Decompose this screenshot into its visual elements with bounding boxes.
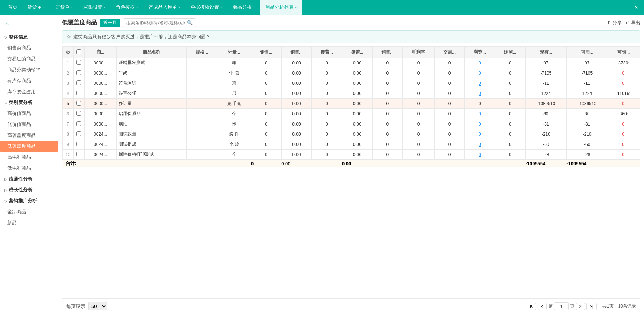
- row-sales3: 0: [372, 129, 402, 139]
- col-transaction[interactable]: 交易...: [434, 47, 464, 58]
- row-checkbox[interactable]: [74, 119, 85, 129]
- select-all-checkbox[interactable]: [76, 49, 81, 54]
- nav-item-product-in[interactable]: 产成品入库单 ×: [144, 0, 185, 15]
- row-checkbox[interactable]: [74, 78, 85, 88]
- nav-close-template[interactable]: ×: [220, 5, 222, 9]
- row-browse1[interactable]: 0: [465, 88, 495, 99]
- col-name[interactable]: 商品名称: [117, 47, 187, 58]
- page-size-select[interactable]: 50 10 20 100: [88, 302, 107, 310]
- sidebar-item-high-coverage[interactable]: 高覆盖度商品: [0, 130, 58, 141]
- nav-close-goods-list[interactable]: ×: [295, 5, 297, 9]
- row-sales3: 0: [372, 99, 402, 109]
- nav-item-goods-analysis[interactable]: 商品分析 ×: [228, 0, 260, 15]
- sidebar-item-stock-fund[interactable]: 库存资金占用: [0, 86, 58, 97]
- nav-item-permission[interactable]: 权限设置 ×: [78, 0, 111, 15]
- nav-item-role[interactable]: 角色授权 ×: [111, 0, 143, 15]
- share-button[interactable]: ⬆ 分享: [607, 20, 622, 26]
- col-cover1[interactable]: 覆盖...: [312, 47, 342, 58]
- sidebar-item-low-margin[interactable]: 低毛利商品: [0, 163, 58, 174]
- row-checkbox[interactable]: [74, 139, 85, 150]
- col-sales-qty[interactable]: 销售...: [251, 47, 281, 58]
- row-sales3: 0: [372, 109, 402, 119]
- row-browse1[interactable]: 0: [465, 139, 495, 150]
- row-checkbox[interactable]: [74, 58, 85, 68]
- sidebar-item-category-rate[interactable]: 商品分类动销率: [0, 64, 58, 75]
- row-browse1[interactable]: 0: [465, 119, 495, 129]
- row-checkbox[interactable]: [74, 150, 85, 160]
- search-input[interactable]: [126, 20, 185, 25]
- share-icon: ⬆: [607, 20, 611, 25]
- table-row: 5 0000... 多计量 克,千克 0 0.00 0 0.00 0 0 0 0…: [63, 99, 640, 109]
- nav-close-purchase[interactable]: ×: [71, 5, 73, 9]
- date-filter-button[interactable]: 近一月: [100, 19, 120, 27]
- row-checkbox[interactable]: [74, 129, 85, 139]
- nav-close-goods-analysis[interactable]: ×: [253, 5, 255, 9]
- col-code[interactable]: 商...: [85, 47, 117, 58]
- sidebar-item-traded-goods[interactable]: 交易过的商品: [0, 54, 58, 64]
- prev-page-button[interactable]: <: [538, 303, 547, 310]
- row-browse1[interactable]: 0: [465, 109, 495, 119]
- last-page-button[interactable]: >|: [586, 303, 597, 310]
- sidebar-item-new-goods[interactable]: 新品: [0, 217, 58, 228]
- col-settings[interactable]: ⚙: [63, 47, 74, 58]
- first-page-button[interactable]: K: [527, 303, 536, 310]
- row-gross-rate: 0: [403, 78, 435, 88]
- row-browse2: 0: [495, 68, 525, 78]
- row-browse2: 0: [495, 150, 525, 160]
- col-cover2[interactable]: 覆盖...: [342, 47, 372, 58]
- row-current-stock: 80: [525, 109, 566, 119]
- col-current-stock[interactable]: 现有...: [525, 47, 566, 58]
- col-spec[interactable]: 规格...: [187, 47, 217, 58]
- col-sales3[interactable]: 销售...: [372, 47, 402, 58]
- row-unit: 个,袋: [217, 139, 251, 150]
- row-cover1: 0: [312, 129, 342, 139]
- sidebar-item-stock-goods[interactable]: 有库存商品: [0, 75, 58, 86]
- sidebar-item-low-value[interactable]: 低价值商品: [0, 119, 58, 130]
- col-browse1[interactable]: 浏览...: [465, 47, 495, 58]
- nav-item-template[interactable]: 单据模板设置 ×: [185, 0, 227, 15]
- col-sales-amt[interactable]: 销售...: [281, 47, 311, 58]
- export-button[interactable]: ↩ 导出: [625, 20, 640, 26]
- nav-close-role[interactable]: ×: [136, 5, 138, 9]
- sidebar-item-high-margin[interactable]: 高毛利商品: [0, 152, 58, 163]
- sidebar-item-high-value[interactable]: 高价值商品: [0, 108, 58, 119]
- nav-item-goods-list[interactable]: 商品分析列表 ×: [260, 0, 302, 15]
- row-name: 牛奶: [117, 68, 187, 78]
- row-checkbox[interactable]: [74, 88, 85, 99]
- row-browse1[interactable]: 0: [465, 68, 495, 78]
- row-browse1[interactable]: 0: [465, 129, 495, 139]
- sidebar-section-liquidity[interactable]: ▷ 流通性分析: [0, 174, 58, 185]
- col-browse2[interactable]: 浏览...: [495, 47, 525, 58]
- sidebar-item-low-coverage[interactable]: 低覆盖度商品: [0, 141, 58, 152]
- totals-sales3: [372, 160, 402, 167]
- nav-item-home[interactable]: 首页: [3, 0, 23, 15]
- nav-close-product-in[interactable]: ×: [178, 5, 180, 9]
- col-gross-rate[interactable]: 毛利率: [403, 47, 435, 58]
- next-page-button[interactable]: >: [576, 303, 585, 310]
- nav-close-permission[interactable]: ×: [103, 5, 106, 9]
- sidebar-item-all-goods[interactable]: 全部商品: [0, 206, 58, 217]
- page-number-input[interactable]: [554, 302, 569, 310]
- nav-item-sales[interactable]: 销货单 ×: [23, 0, 50, 15]
- sidebar-toggle[interactable]: «: [3, 19, 12, 28]
- row-browse1[interactable]: 0: [465, 78, 495, 88]
- window-close-button[interactable]: ×: [631, 4, 641, 11]
- row-checkbox[interactable]: [74, 109, 85, 119]
- sidebar-section-marketing[interactable]: ▽ 营销推广分析: [0, 195, 58, 206]
- col-available-stock[interactable]: 可用...: [566, 47, 608, 58]
- sidebar-section-growth[interactable]: ▷ 成长性分析: [0, 185, 58, 195]
- col-checkbox: [74, 47, 85, 58]
- row-checkbox[interactable]: [74, 68, 85, 78]
- col-sellable[interactable]: 可销...: [608, 47, 640, 58]
- row-browse1[interactable]: 0: [465, 150, 495, 160]
- sidebar-section-category[interactable]: ▽ 类别度分析: [0, 97, 58, 108]
- row-checkbox[interactable]: [74, 99, 85, 109]
- sidebar-item-sales-goods[interactable]: 销售类商品: [0, 43, 58, 54]
- col-unit[interactable]: 计量...: [217, 47, 251, 58]
- row-browse1[interactable]: 0: [465, 58, 495, 68]
- sidebar-section-overall[interactable]: ▽ 整体信息: [0, 32, 58, 43]
- nav-item-purchase[interactable]: 进货单 ×: [50, 0, 78, 15]
- nav-close-sales[interactable]: ×: [43, 5, 45, 9]
- row-browse1[interactable]: 0: [465, 99, 495, 109]
- row-cover2: 0.00: [342, 129, 372, 139]
